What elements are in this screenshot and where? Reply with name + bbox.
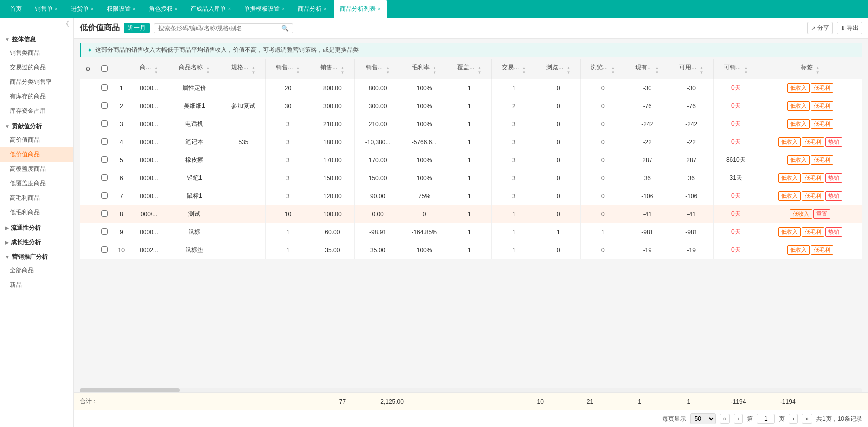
close-icon[interactable]: × <box>228 6 231 12</box>
col-sales-avg[interactable]: 销售... ▲▼ <box>355 59 401 79</box>
close-icon[interactable]: × <box>378 6 381 12</box>
cell-browse1[interactable]: 0 <box>536 115 581 133</box>
sidebar-group-marketing[interactable]: ▼ 营销推广分析 <box>0 249 73 263</box>
cell-browse1[interactable]: 0 <box>536 151 581 169</box>
row-checkbox[interactable] <box>101 156 108 163</box>
close-icon[interactable]: × <box>282 6 285 12</box>
sidebar-item-all-goods[interactable]: 全部商品 <box>0 263 73 278</box>
horizontal-scrollbar[interactable] <box>80 388 862 392</box>
row-checkbox[interactable] <box>101 174 108 181</box>
col-sales-price[interactable]: 销售... ▲▼ <box>310 59 355 79</box>
nav-sales[interactable]: 销售单 × <box>29 0 64 18</box>
page-input[interactable] <box>757 414 775 424</box>
col-coverage[interactable]: 覆盖... ▲▼ <box>447 59 492 79</box>
close-icon[interactable]: × <box>175 6 178 12</box>
row-checkbox[interactable] <box>101 228 108 235</box>
browse-link[interactable]: 0 <box>557 121 560 128</box>
sidebar-group-overview[interactable]: ▼ 整体信息 <box>0 31 73 46</box>
time-filter-btn[interactable]: 近一月 <box>124 23 150 33</box>
nav-home[interactable]: 首页 <box>4 0 28 18</box>
cell-name[interactable]: 鼠标1 <box>167 187 221 205</box>
browse-link[interactable]: 0 <box>557 211 560 218</box>
col-stock-sell[interactable]: 可销... ▲▼ <box>714 59 758 79</box>
sidebar-collapse-btn[interactable]: 《 <box>62 20 69 29</box>
close-icon[interactable]: × <box>91 6 94 12</box>
nav-templates[interactable]: 单据模板设置 × <box>238 0 291 18</box>
export-btn[interactable]: ⬇ 导出 <box>837 22 862 34</box>
browse-link[interactable]: 0 <box>557 175 560 182</box>
close-icon[interactable]: × <box>324 6 327 12</box>
col-spec[interactable]: 规格... ▲▼ <box>221 59 266 79</box>
sidebar-group-growth[interactable]: ▶ 成长性分析 <box>0 234 73 249</box>
browse-link[interactable]: 0 <box>557 247 560 254</box>
cell-name[interactable]: 笔记本 <box>167 133 221 151</box>
nav-warehouse[interactable]: 产成品入库单 × <box>184 0 237 18</box>
col-code[interactable]: 商... ▲▼ <box>131 59 167 79</box>
cell-name[interactable]: 鼠标垫 <box>167 241 221 259</box>
cell-browse1[interactable]: 0 <box>536 187 581 205</box>
sidebar-group-circulation[interactable]: ▶ 流通性分析 <box>0 220 73 234</box>
nav-roles[interactable]: 角色授权 × <box>143 0 184 18</box>
browse-link[interactable]: 0 <box>557 157 560 164</box>
sidebar-item-new-goods[interactable]: 新品 <box>0 278 73 292</box>
row-checkbox[interactable] <box>101 102 108 109</box>
col-browse1[interactable]: 浏览... ▲▼ <box>536 59 581 79</box>
col-stock-avail[interactable]: 可用... ▲▼ <box>669 59 714 79</box>
close-icon[interactable]: × <box>133 6 136 12</box>
row-checkbox[interactable] <box>101 210 108 217</box>
sidebar-item-category-rate[interactable]: 商品分类销售率 <box>0 75 73 89</box>
search-input[interactable] <box>158 25 281 32</box>
browse-link[interactable]: 0 <box>557 139 560 146</box>
cell-name[interactable]: 鼠标 <box>167 223 221 241</box>
sidebar-item-low-profit[interactable]: 低毛利商品 <box>0 205 73 220</box>
select-all-checkbox[interactable] <box>101 65 108 72</box>
nav-purchase[interactable]: 进货单 × <box>65 0 100 18</box>
close-icon[interactable]: × <box>55 6 58 12</box>
col-trade[interactable]: 交易... ▲▼ <box>492 59 536 79</box>
cell-name[interactable]: 属性定价 <box>167 79 221 97</box>
next-page-btn[interactable]: › <box>789 414 798 424</box>
sidebar-item-traded-goods[interactable]: 交易过的商品 <box>0 60 73 75</box>
row-checkbox[interactable] <box>101 138 108 145</box>
cell-browse1[interactable]: 0 <box>536 205 581 223</box>
cell-browse1[interactable]: 0 <box>536 241 581 259</box>
cell-browse1[interactable]: 0 <box>536 79 581 97</box>
col-gross-rate[interactable]: 毛利率 ▲▼ <box>401 59 447 79</box>
browse-link[interactable]: 0 <box>557 85 560 92</box>
per-page-select[interactable]: 50 100 200 <box>690 413 716 424</box>
scrollbar-thumb[interactable] <box>80 388 180 392</box>
cell-name[interactable]: 测试 <box>167 205 221 223</box>
first-page-btn[interactable]: « <box>720 414 730 424</box>
cell-browse1[interactable]: 0 <box>536 133 581 151</box>
col-sales-qty[interactable]: 销售... ▲▼ <box>266 59 310 79</box>
sidebar-item-sales-goods[interactable]: 销售类商品 <box>0 46 73 60</box>
col-browse2[interactable]: 浏览... ▲▼ <box>581 59 625 79</box>
nav-permissions[interactable]: 权限设置 × <box>101 0 142 18</box>
sidebar-item-low-value[interactable]: 低价值商品 <box>0 147 73 162</box>
sidebar-group-contribution[interactable]: ▼ 贡献值分析 <box>0 118 73 133</box>
cell-name[interactable]: 电话机 <box>167 115 221 133</box>
col-tags[interactable]: 标签 ▲▼ <box>758 59 862 79</box>
prev-page-btn[interactable]: ‹ <box>734 414 743 424</box>
last-page-btn[interactable]: » <box>802 414 812 424</box>
row-checkbox[interactable] <box>101 120 108 127</box>
row-checkbox[interactable] <box>101 84 108 91</box>
sidebar-item-high-coverage[interactable]: 高覆盖度商品 <box>0 162 73 176</box>
browse-link[interactable]: 1 <box>557 229 560 236</box>
sidebar-item-high-profit[interactable]: 高毛利商品 <box>0 191 73 205</box>
nav-analysis[interactable]: 商品分析 × <box>292 0 333 18</box>
sidebar-item-high-value[interactable]: 高价值商品 <box>0 133 73 147</box>
browse-link[interactable]: 0 <box>557 103 560 110</box>
row-checkbox[interactable] <box>101 192 108 199</box>
cell-name[interactable]: 铅笔1 <box>167 169 221 187</box>
sidebar-item-stock-goods[interactable]: 有库存的商品 <box>0 89 73 104</box>
nav-analysis-list[interactable]: 商品分析列表 × <box>334 0 387 18</box>
cell-name[interactable]: 橡皮擦 <box>167 151 221 169</box>
col-name[interactable]: 商品名称 ▲▼ <box>167 59 221 79</box>
col-stock-now[interactable]: 现有... ▲▼ <box>625 59 669 79</box>
sidebar-item-low-coverage[interactable]: 低覆盖度商品 <box>0 176 73 191</box>
cell-browse1[interactable]: 1 <box>536 223 581 241</box>
share-btn[interactable]: ↗ 分享 <box>807 22 833 34</box>
cell-name[interactable]: 吴细细1 <box>167 97 221 115</box>
cell-browse1[interactable]: 0 <box>536 97 581 115</box>
